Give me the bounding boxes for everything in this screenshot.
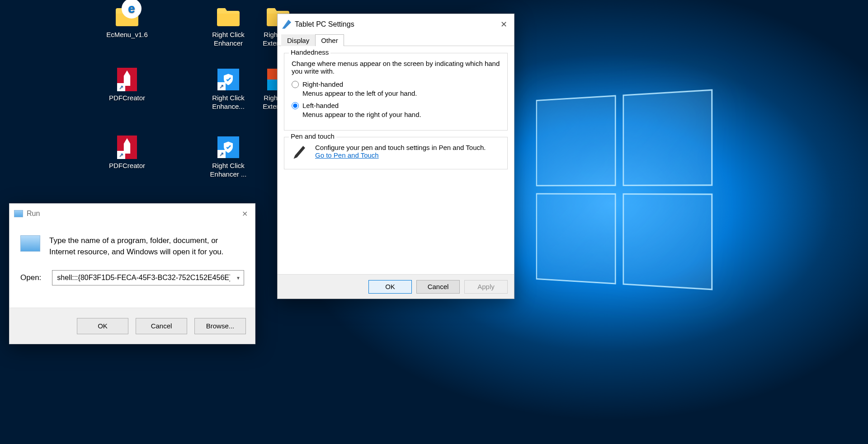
- desktop-icon[interactable]: eEcMenu_v1.6: [102, 5, 152, 39]
- tabstrip: Display Other: [278, 34, 514, 46]
- desktop-icon[interactable]: Right Click Enhancer: [203, 5, 253, 48]
- browse-button[interactable]: Browse...: [194, 318, 246, 334]
- handedness-legend: Handedness: [289, 48, 330, 56]
- pen-desc: Configure your pen and touch settings in…: [315, 144, 486, 151]
- shield-app-icon: ↗: [215, 136, 242, 159]
- dialog-title: Tablet PC Settings: [295, 20, 354, 28]
- desktop-icon[interactable]: ↗PDFCreator: [102, 136, 152, 170]
- right-handed-sub: Menus appear to the left of your hand.: [302, 89, 500, 97]
- desktop-icon-label: Right Click Enhance...: [203, 94, 253, 111]
- folder-icon: [215, 5, 242, 28]
- cancel-button[interactable]: Cancel: [136, 318, 187, 334]
- left-handed-radio[interactable]: [292, 102, 299, 109]
- dialog-button-row: OK Cancel Apply: [278, 274, 514, 299]
- run-large-icon: [20, 235, 40, 252]
- left-handed-label[interactable]: Left-handed: [302, 102, 339, 109]
- pdfcreator-icon: ↗: [113, 136, 141, 159]
- right-handed-label[interactable]: Right-handed: [302, 80, 343, 88]
- desktop-icon[interactable]: ↗PDFCreator: [102, 68, 152, 103]
- handedness-group: Handedness Change where menus appear on …: [284, 53, 508, 131]
- run-description: Type the name of a program, folder, docu…: [49, 235, 244, 257]
- run-icon: [14, 210, 23, 217]
- desktop-icon[interactable]: ↗Right Click Enhancer ...: [203, 136, 253, 179]
- open-input[interactable]: [52, 270, 244, 285]
- folder-icon: e: [113, 5, 141, 28]
- pen-legend: Pen and touch: [289, 132, 336, 140]
- cancel-button[interactable]: Cancel: [416, 280, 460, 294]
- desktop-icon-label: Right Click Enhancer ...: [203, 162, 253, 179]
- pen-touch-link[interactable]: Go to Pen and Touch: [315, 151, 379, 159]
- tab-other[interactable]: Other: [315, 34, 344, 46]
- tab-display[interactable]: Display: [281, 34, 315, 46]
- ok-button[interactable]: OK: [77, 318, 128, 334]
- desktop-icon-label: PDFCreator: [102, 162, 152, 170]
- dialog-button-row: OK Cancel Browse...: [9, 308, 255, 344]
- desktop-icon-label: EcMenu_v1.6: [102, 31, 152, 39]
- pen-icon: [292, 144, 308, 162]
- desktop-icon[interactable]: ↗Right Click Enhance...: [203, 68, 253, 111]
- open-combobox[interactable]: ▼: [52, 270, 244, 285]
- open-label: Open:: [20, 273, 41, 282]
- right-handed-radio[interactable]: [292, 81, 299, 88]
- titlebar[interactable]: Tablet PC Settings ✕: [278, 14, 514, 34]
- tablet-pc-settings-dialog: Tablet PC Settings ✕ Display Other Hande…: [277, 14, 514, 299]
- left-handed-sub: Menus appear to the right of your hand.: [302, 111, 500, 118]
- dialog-title: Run: [27, 210, 40, 218]
- desktop-icon-label: Right Click Enhancer: [203, 31, 253, 48]
- close-button[interactable]: ✕: [234, 204, 255, 224]
- shield-app-icon: ↗: [215, 68, 242, 91]
- tablet-settings-icon: [282, 20, 291, 29]
- handedness-desc: Change where menus appear on the screen …: [292, 60, 500, 75]
- tab-body: Handedness Change where menus appear on …: [278, 47, 514, 272]
- titlebar[interactable]: Run ✕: [9, 204, 255, 224]
- desktop-icon-label: PDFCreator: [102, 94, 152, 103]
- pdfcreator-icon: ↗: [113, 68, 141, 91]
- run-dialog: Run ✕ Type the name of a program, folder…: [9, 203, 255, 344]
- apply-button[interactable]: Apply: [464, 280, 508, 294]
- ok-button[interactable]: OK: [368, 280, 412, 294]
- pen-touch-group: Pen and touch Configure your pen and tou…: [284, 137, 508, 169]
- close-button[interactable]: ✕: [493, 14, 514, 34]
